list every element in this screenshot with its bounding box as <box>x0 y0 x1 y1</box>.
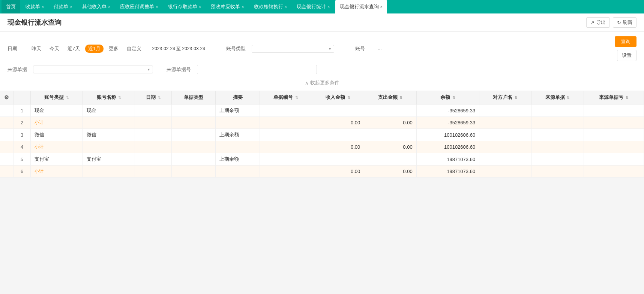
sort-source-doc-no-icon: ⇅ <box>626 96 629 100</box>
col-gear[interactable]: ⚙ <box>0 91 14 104</box>
cell-gear <box>0 117 14 129</box>
nav-tab-prepayment[interactable]: 预收冲应收单 × <box>206 0 248 13</box>
col-counterpart[interactable]: 对方户名 ⇅ <box>479 91 531 104</box>
cell-balance: 19871073.60 <box>416 166 479 178</box>
cell-balance: 100102606.60 <box>416 129 479 141</box>
col-date[interactable]: 日期 ⇅ <box>135 91 171 104</box>
cell-balance: -3528659.33 <box>416 104 479 117</box>
col-expense[interactable]: 支出金额 ⇅ <box>364 91 416 104</box>
date-opt-7days[interactable]: 近7天 <box>65 45 83 53</box>
nav-tab-receipt-label: 收款单 <box>26 3 40 10</box>
nav-tab-other-income-close[interactable]: × <box>108 4 110 9</box>
cell-source-doc <box>531 141 584 153</box>
date-opt-today[interactable]: 今天 <box>47 45 62 53</box>
cell-gear <box>0 166 14 178</box>
nav-tab-ar-ap-close[interactable]: × <box>156 4 158 9</box>
account-dots[interactable]: ··· <box>378 46 382 52</box>
cell-doc-type <box>171 141 215 153</box>
top-nav: 首页 收款单 × 付款单 × 其他收入单 × 应收应付调整单 × 银行存取款单 … <box>0 0 644 13</box>
cell-counterpart <box>479 141 531 153</box>
cell-account-name: 现金 <box>83 104 135 117</box>
cell-idx: 4 <box>14 141 30 153</box>
nav-tab-ar-ap-label: 应收应付调整单 <box>120 3 154 10</box>
cell-gear <box>0 129 14 141</box>
source-doc-chevron: ▾ <box>148 67 150 72</box>
nav-tab-receipt-close[interactable]: × <box>42 4 44 9</box>
sort-income-icon: ⇅ <box>347 96 350 100</box>
nav-tab-payment[interactable]: 付款单 × <box>49 0 77 13</box>
cell-account-name: 微信 <box>83 129 135 141</box>
export-button[interactable]: ↗ 导出 <box>586 17 610 28</box>
cell-income <box>312 129 364 141</box>
col-source-doc-no[interactable]: 来源单据号 ⇅ <box>584 91 644 104</box>
cell-account-name <box>83 117 135 129</box>
date-opt-more[interactable]: 更多 <box>106 45 122 53</box>
date-opt-1month[interactable]: 近1月 <box>85 45 104 53</box>
cell-source-doc-no <box>584 141 644 153</box>
cell-expense: 0.00 <box>364 141 416 153</box>
source-doc-num-input[interactable] <box>200 67 314 72</box>
col-summary: 摘要 <box>216 91 260 104</box>
cell-doc-type <box>171 153 215 166</box>
table-row: 1 现金 现金 上期余额 -3528659.33 <box>0 104 644 117</box>
account-type-select[interactable]: ▾ <box>252 45 334 53</box>
cell-source-doc <box>531 166 584 178</box>
cell-account-type: 微信 <box>30 129 83 141</box>
page-title: 现金银行流水查询 <box>8 18 62 27</box>
nav-tab-bank-deposit[interactable]: 银行存取款单 × <box>164 0 206 13</box>
cell-expense <box>364 129 416 141</box>
cell-counterpart <box>479 129 531 141</box>
refresh-button[interactable]: ↻ 刷新 <box>613 17 636 28</box>
nav-tab-bank-deposit-label: 银行存取款单 <box>168 3 197 10</box>
col-source-doc[interactable]: 来源单据 ⇅ <box>531 91 584 104</box>
cell-counterpart <box>479 117 531 129</box>
account-type-chevron: ▾ <box>329 47 331 51</box>
cell-summary: 上期余额 <box>216 153 260 166</box>
nav-tab-payment-close[interactable]: × <box>70 4 72 9</box>
nav-tab-other-income[interactable]: 其他收入单 × <box>78 0 115 13</box>
cell-date <box>135 153 171 166</box>
nav-tab-writeoff-close[interactable]: × <box>285 4 287 9</box>
source-doc-select[interactable]: ▾ <box>33 66 153 73</box>
col-account-type[interactable]: 账号类型 ⇅ <box>30 91 83 104</box>
nav-tab-cash-stats[interactable]: 现金银行统计 × <box>292 0 334 13</box>
collapse-arrow-icon: ∧ <box>305 80 309 86</box>
nav-tab-prepayment-close[interactable]: × <box>242 4 244 9</box>
date-opt-yesterday[interactable]: 昨天 <box>29 45 44 53</box>
cell-account-type: 支付宝 <box>30 153 83 166</box>
nav-tab-writeoff[interactable]: 收款核销执行 × <box>249 0 291 13</box>
refresh-icon: ↻ <box>617 20 621 25</box>
cell-summary <box>216 117 260 129</box>
col-doc-type: 单据类型 <box>171 91 215 104</box>
right-actions: 查询 设置 <box>615 36 636 61</box>
collapse-bar[interactable]: ∧ 收起更多条件 <box>8 78 636 88</box>
date-range-display: 2023-02-24 至 2023-03-24 <box>152 46 205 52</box>
cell-date <box>135 141 171 153</box>
nav-tab-prepayment-label: 预收冲应收单 <box>211 3 240 10</box>
cell-idx: 6 <box>14 166 30 178</box>
cell-summary: 上期余额 <box>216 104 260 117</box>
cell-summary <box>216 141 260 153</box>
nav-tab-cash-flow[interactable]: 现金银行流水查询 × <box>335 0 387 13</box>
date-opt-custom[interactable]: 自定义 <box>124 45 144 53</box>
nav-tab-bank-deposit-close[interactable]: × <box>199 4 201 9</box>
page-header: 现金银行流水查询 ↗ 导出 ↻ 刷新 <box>0 13 644 32</box>
query-button[interactable]: 查询 <box>615 36 636 47</box>
nav-tab-cash-stats-close[interactable]: × <box>327 4 330 9</box>
nav-tab-cash-flow-close[interactable]: × <box>380 4 383 9</box>
settings-button[interactable]: 设置 <box>617 50 636 61</box>
col-income[interactable]: 收入金额 ⇅ <box>312 91 364 104</box>
gear-icon[interactable]: ⚙ <box>4 94 9 100</box>
cell-doc-no <box>260 104 312 117</box>
sort-counterpart-icon: ⇅ <box>515 96 518 100</box>
nav-tab-payment-label: 付款单 <box>54 3 68 10</box>
date-label: 日期 <box>8 45 23 52</box>
cell-expense: 0.00 <box>364 117 416 129</box>
col-balance[interactable]: 余额 ⇅ <box>416 91 479 104</box>
col-doc-no[interactable]: 单据编号 ⇅ <box>260 91 312 104</box>
cell-counterpart <box>479 153 531 166</box>
nav-tab-ar-ap[interactable]: 应收应付调整单 × <box>116 0 162 13</box>
nav-tab-receipt[interactable]: 收款单 × <box>21 0 48 13</box>
nav-tab-home[interactable]: 首页 <box>2 0 20 13</box>
col-account-name[interactable]: 账号名称 ⇅ <box>83 91 135 104</box>
